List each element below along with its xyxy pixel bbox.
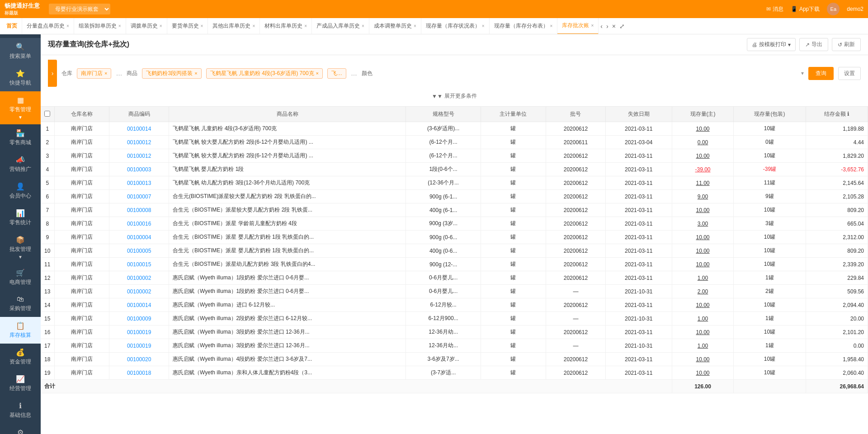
goods-more[interactable]: … <box>351 70 357 77</box>
cell-qty[interactable]: 10.00 <box>672 149 734 163</box>
cell-code[interactable]: 00100002 <box>109 271 169 285</box>
sidebar-item-basic[interactable]: ℹ 基础信息 <box>0 397 41 424</box>
cell-code[interactable]: 00100015 <box>109 258 169 271</box>
cell-qty[interactable]: 0.00 <box>672 136 734 149</box>
tab-6[interactable]: 材料出库单历史 × <box>260 18 312 34</box>
tab-7[interactable]: 产成品入库单历史 × <box>312 18 369 34</box>
cell-qty[interactable]: 10.00 <box>672 203 734 217</box>
cell-code[interactable]: 00100013 <box>109 176 169 190</box>
sidebar-search[interactable]: 🔍 搜索菜单 <box>0 38 41 65</box>
cell-qty[interactable]: 1.00 <box>672 271 734 285</box>
cell-code[interactable]: 00100007 <box>109 190 169 203</box>
user-avatar[interactable]: Ea <box>827 3 840 15</box>
warehouse-more[interactable]: … <box>116 70 122 77</box>
cell-code[interactable]: 00100016 <box>109 217 169 231</box>
cell-code[interactable]: 00100012 <box>109 149 169 163</box>
sidebar-item-retail-stat[interactable]: 📊 零售统计 <box>0 204 41 231</box>
cell-name: 惠氏启赋（Wyeth illuma）1段奶粉 爱尔兰进口 0-6月婴... <box>169 285 406 298</box>
cell-qty[interactable]: 11.00 <box>672 176 734 190</box>
expand-more-btn[interactable]: ▼▼ 展开更多条件 <box>428 90 481 102</box>
cell-qty[interactable]: 2.00 <box>672 285 734 298</box>
cell-qty[interactable]: 10.00 <box>672 366 734 380</box>
cell-code[interactable]: 00100005 <box>109 244 169 258</box>
tab-5[interactable]: 其他出库单历史 × <box>208 18 260 34</box>
cell-expiry: 2021-03-11 <box>605 163 672 176</box>
forward-btn[interactable]: › <box>48 60 57 87</box>
cell-code[interactable]: 00100014 <box>109 122 169 136</box>
refresh-btn[interactable]: ↺ 刷新 <box>832 38 861 51</box>
logo: 畅捷通好生意 标题版 <box>5 2 40 16</box>
sidebar-item-purchase[interactable]: 🛍 采购管理 <box>0 291 41 317</box>
cell-qty[interactable]: 9.00 <box>672 190 734 203</box>
export-icon: ↗ <box>805 42 810 48</box>
sidebar-item-retail-mall[interactable]: 🏪 零售商城 <box>0 124 41 151</box>
cell-code[interactable]: 00100018 <box>109 366 169 380</box>
sidebar-item-ops[interactable]: 📈 经营管理 <box>0 370 41 397</box>
tab-4[interactable]: 要货单历史 × <box>167 18 208 34</box>
user-name[interactable]: demo2 <box>847 6 863 12</box>
sidebar-quick-nav[interactable]: ⭐ 快捷导航 <box>0 65 41 91</box>
cell-warehouse: 南岸门店 <box>54 258 109 271</box>
export-btn[interactable]: ↗ 导出 <box>799 38 828 51</box>
tab-home[interactable]: 首页 <box>2 18 22 34</box>
message-btn[interactable]: ✉ 消息 <box>766 5 783 13</box>
sidebar-item-retail[interactable]: ▦ 零售管理 ▼ <box>0 91 41 124</box>
cell-qty[interactable]: -39.00 <box>672 163 734 176</box>
cell-qty[interactable]: 10.00 <box>672 244 734 258</box>
cell-code[interactable]: 00100002 <box>109 285 169 298</box>
nav-maximize[interactable]: ⤢ <box>618 23 627 30</box>
sidebar-item-wholesale[interactable]: 📦 批发管理 ▼ <box>0 231 41 264</box>
color-dropdown[interactable]: ▾ <box>801 70 804 76</box>
settings-btn[interactable]: 设置 <box>838 67 861 80</box>
cell-qty[interactable]: 10.00 <box>672 258 734 271</box>
sidebar-item-marketing[interactable]: 📣 营销推广 <box>0 151 41 178</box>
tab-2[interactable]: 组装拆卸单历史 × <box>74 18 126 34</box>
nav-next[interactable]: › <box>604 23 610 30</box>
cell-qty[interactable]: 10.00 <box>672 353 734 366</box>
cell-qty[interactable]: 1.00 <box>672 312 734 326</box>
cell-code[interactable]: 00100009 <box>109 312 169 326</box>
tab-8[interactable]: 成本调整单历史 × <box>369 18 421 34</box>
app-download-btn[interactable]: 📱 App下载 <box>791 5 820 13</box>
tab-3[interactable]: 调拨单历史 × <box>126 18 167 34</box>
select-all-checkbox[interactable] <box>44 111 50 117</box>
cell-spec: (3-6岁适用)... <box>406 122 481 136</box>
cell-qty[interactable]: 3.00 <box>672 217 734 231</box>
cell-name: 飞鹤星飞帆 较大婴儿配方奶粉 2段(6-12个月婴幼儿适用) ... <box>169 149 406 163</box>
goods-tag-1[interactable]: 飞鹤奶粉3段丙搭装 × <box>142 68 201 79</box>
cell-code[interactable]: 00100008 <box>109 203 169 217</box>
warehouse-tag[interactable]: 南岸门店 × <box>77 68 111 79</box>
goods-tag-1-close[interactable]: × <box>194 71 197 76</box>
cell-qty[interactable]: 10.00 <box>672 298 734 312</box>
cell-code[interactable]: 00100019 <box>109 339 169 353</box>
goods-tag-3[interactable]: 飞… <box>327 68 346 79</box>
template-print-btn[interactable]: 🖨 按模板打印 ▾ <box>747 38 796 51</box>
cell-code[interactable]: 00100004 <box>109 231 169 244</box>
tab-1[interactable]: 分量盘点单历史 × <box>22 18 74 34</box>
sidebar-item-member[interactable]: 👤 会员中心 <box>0 178 41 204</box>
cell-code[interactable]: 00100020 <box>109 353 169 366</box>
sidebar-item-system[interactable]: ⚙ 系统管理 <box>0 424 41 434</box>
cell-code[interactable]: 00100003 <box>109 163 169 176</box>
tab-11[interactable]: 库存批次账 × <box>557 18 599 34</box>
cell-qty[interactable]: 10.00 <box>672 326 734 339</box>
sidebar-item-inventory[interactable]: 📋 库存核算 <box>0 317 41 344</box>
cell-code[interactable]: 00100019 <box>109 326 169 339</box>
company-dropdown[interactable]: 母婴行业演示账套 <box>49 4 110 14</box>
sidebar-item-finance[interactable]: 💰 资金管理 <box>0 344 41 370</box>
tab-10[interactable]: 现存量（库存分布表） × <box>490 18 558 34</box>
nav-close-all[interactable]: × <box>610 23 618 30</box>
goods-tag-2-close[interactable]: × <box>316 71 319 76</box>
cell-qty[interactable]: 10.00 <box>672 122 734 136</box>
goods-tag-2[interactable]: 飞鹤星飞帆 儿童奶粉 4段(3-6岁适用) 700克 × <box>206 68 323 79</box>
warehouse-tag-close[interactable]: × <box>104 71 107 76</box>
row-checkbox-13: 14 <box>41 298 54 312</box>
sidebar-item-ecommerce[interactable]: 🛒 电商管理 <box>0 264 41 291</box>
cell-qty[interactable]: 1.00 <box>672 339 734 353</box>
cell-code[interactable]: 00100012 <box>109 136 169 149</box>
query-btn[interactable]: 查询 <box>808 67 834 80</box>
nav-prev[interactable]: ‹ <box>599 23 604 30</box>
cell-code[interactable]: 00100014 <box>109 298 169 312</box>
tab-9[interactable]: 现存量（库存状况表） × <box>421 18 490 34</box>
cell-qty[interactable]: 10.00 <box>672 231 734 244</box>
